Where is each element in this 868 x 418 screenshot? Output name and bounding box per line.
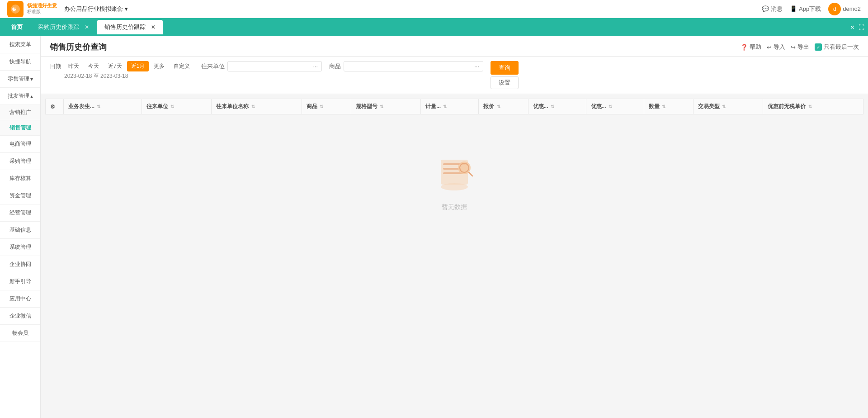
date-btn-custom[interactable]: 自定义: [170, 61, 194, 71]
maximize-icon[interactable]: ⛶: [859, 24, 864, 31]
sidebar-item-retail[interactable]: 零售管理 ▾: [0, 71, 40, 88]
empty-icon: [432, 151, 477, 196]
column-deal-type[interactable]: 交易类型 ⇅: [693, 99, 763, 114]
column-settings[interactable]: ⚙: [46, 99, 64, 114]
tab-sales-history[interactable]: 销售历史价跟踪 ✕: [97, 20, 163, 34]
user-profile[interactable]: d demo2: [828, 3, 861, 15]
query-button[interactable]: 查询: [491, 61, 519, 75]
svg-text:畅: 畅: [12, 7, 16, 12]
download-icon: 📱: [790, 5, 797, 12]
counterparty-input[interactable]: [231, 63, 313, 70]
settings-button[interactable]: 设置: [491, 76, 519, 89]
chevron-down-icon: ▾: [125, 5, 128, 12]
export-button[interactable]: ↪ 导出: [791, 43, 809, 51]
column-counterparty-name[interactable]: 往来单位名称 ⇅: [212, 99, 302, 114]
counterparty-picker-icon[interactable]: ···: [313, 63, 318, 70]
date-btn-yesterday[interactable]: 昨天: [64, 61, 83, 71]
column-unit[interactable]: 计量... ⇅: [421, 99, 479, 114]
only-last-checkbox[interactable]: ✓: [815, 43, 822, 51]
sidebar-item-operations[interactable]: 经营管理: [0, 204, 40, 222]
close-all-icon[interactable]: ✕: [850, 24, 855, 31]
filter-bar: 日期 昨天 今天 近7天 近1月 更多 自定义 2023-02-18 至 202…: [41, 57, 868, 94]
sidebar-item-purchase[interactable]: 采购管理: [0, 153, 40, 170]
column-pretax-price[interactable]: 优惠前无税单价 ⇅: [763, 99, 863, 114]
empty-text: 暂无数据: [442, 203, 467, 211]
table-area: ⚙ 业务发生... ⇅ 往来单位 ⇅ 往来单位名称 ⇅ 商品 ⇅ 规格型号 ⇅ …: [41, 94, 868, 418]
app-tagline: 标准版: [27, 9, 57, 15]
sidebar-item-member[interactable]: 畅会员: [0, 325, 40, 342]
page-title: 销售历史价查询: [50, 42, 107, 52]
app-name: 畅捷通好生意: [27, 3, 57, 9]
help-button[interactable]: ❓ 帮助: [741, 43, 761, 51]
date-range-display: 2023-02-18 至 2023-03-18: [64, 72, 194, 80]
goods-label: 商品: [329, 62, 341, 71]
sidebar-item-finance[interactable]: 资金管理: [0, 187, 40, 204]
goods-picker-icon[interactable]: ···: [474, 63, 479, 70]
tab-purchase-history[interactable]: 采购历史价跟踪 ✕: [31, 20, 96, 34]
sidebar-item-apps[interactable]: 应用中心: [0, 290, 40, 308]
import-icon: ↩: [767, 44, 772, 51]
counterparty-filter-group: 往来单位 ···: [201, 61, 322, 71]
date-filter-group: 日期 昨天 今天 近7天 近1月 更多 自定义 2023-02-18 至 202…: [50, 61, 194, 80]
sidebar-item-sales[interactable]: 销售管理: [0, 120, 40, 136]
message-icon: 💬: [762, 5, 769, 12]
sidebar-item-ecommerce[interactable]: 电商管理: [0, 136, 40, 153]
import-button[interactable]: ↩ 导入: [767, 43, 785, 51]
content-area: 销售历史价查询 ❓ 帮助 ↩ 导入 ↪ 导出 ✓ 只看最后一次: [41, 36, 868, 418]
app-download-button[interactable]: 📱 App下载: [790, 5, 821, 13]
top-bar-left: 畅 畅捷通好生意 标准版 办公用品行业模拟账套 ▾: [7, 1, 132, 17]
sidebar-item-system[interactable]: 系统管理: [0, 239, 40, 256]
account-label: 办公用品行业模拟账套: [64, 5, 123, 13]
export-icon: ↪: [791, 44, 796, 51]
sidebar-item-guide[interactable]: 新手引导: [0, 273, 40, 290]
column-biz-date[interactable]: 业务发生... ⇅: [64, 99, 142, 114]
counterparty-input-wrap: ···: [227, 61, 322, 71]
sidebar-item-wechat[interactable]: 企业微信: [0, 308, 40, 325]
top-bar: 畅 畅捷通好生意 标准版 办公用品行业模拟账套 ▾ 💬 消息 📱 App下载 d…: [0, 0, 868, 18]
counterparty-label: 往来单位: [201, 62, 225, 71]
empty-state: 暂无数据: [45, 114, 863, 247]
main-layout: 搜索菜单 快捷导航 零售管理 ▾ 批发管理 ▴ 营销推广 销售管理 电商管理 采…: [0, 36, 868, 418]
date-label: 日期: [50, 62, 61, 71]
page-actions: ❓ 帮助 ↩ 导入 ↪ 导出 ✓ 只看最后一次: [741, 43, 859, 51]
tab-bar: 首页 采购历史价跟踪 ✕ 销售历史价跟踪 ✕ ✕ ⛶: [0, 18, 868, 36]
only-last-toggle[interactable]: ✓ 只看最后一次: [815, 43, 859, 51]
sidebar-item-wholesale[interactable]: 批发管理 ▴: [0, 88, 40, 105]
column-quantity[interactable]: 数量 ⇅: [644, 99, 693, 114]
sidebar-item-marketing[interactable]: 营销推广: [0, 105, 40, 120]
account-selector[interactable]: 办公用品行业模拟账套 ▾: [61, 5, 132, 13]
chevron-up-icon: ▴: [30, 93, 33, 100]
column-counterparty-code[interactable]: 往来单位 ⇅: [142, 99, 212, 114]
goods-input-wrap: ···: [344, 61, 483, 71]
date-btn-more[interactable]: 更多: [150, 61, 169, 71]
page-header: 销售历史价查询 ❓ 帮助 ↩ 导入 ↪ 导出 ✓ 只看最后一次: [41, 36, 868, 57]
column-goods[interactable]: 商品 ⇅: [302, 99, 351, 114]
tab-purchase-close-icon[interactable]: ✕: [85, 24, 89, 30]
tab-home[interactable]: 首页: [4, 20, 30, 34]
date-options: 昨天 今天 近7天 近1月 更多 自定义: [64, 61, 194, 71]
tab-sales-close-icon[interactable]: ✕: [151, 24, 156, 30]
sidebar-item-quicknav[interactable]: 快捷导航: [0, 53, 40, 71]
goods-input[interactable]: [348, 63, 474, 70]
goods-filter-group: 商品 ···: [329, 61, 483, 71]
column-discount1[interactable]: 优惠... ⇅: [528, 99, 586, 114]
data-table: ⚙ 业务发生... ⇅ 往来单位 ⇅ 往来单位名称 ⇅ 商品 ⇅ 规格型号 ⇅ …: [45, 99, 863, 114]
date-btn-1month[interactable]: 近1月: [127, 61, 149, 71]
column-discount2[interactable]: 优惠... ⇅: [586, 99, 644, 114]
column-price[interactable]: 报价 ⇅: [479, 99, 528, 114]
sidebar-item-search[interactable]: 搜索菜单: [0, 36, 40, 53]
sidebar-item-inventory[interactable]: 库存核算: [0, 170, 40, 187]
column-spec[interactable]: 规格型号 ⇅: [351, 99, 420, 114]
date-btn-7days[interactable]: 近7天: [104, 61, 126, 71]
message-button[interactable]: 💬 消息: [762, 5, 783, 13]
date-btn-today[interactable]: 今天: [84, 61, 103, 71]
sidebar-item-enterprise[interactable]: 企业协同: [0, 256, 40, 273]
sidebar: 搜索菜单 快捷导航 零售管理 ▾ 批发管理 ▴ 营销推广 销售管理 电商管理 采…: [0, 36, 41, 418]
action-buttons: 查询 设置: [491, 61, 519, 89]
chevron-down-icon: ▾: [30, 76, 33, 82]
top-bar-right: 💬 消息 📱 App下载 d demo2: [762, 3, 861, 15]
avatar: d: [828, 3, 841, 15]
sidebar-item-basic-info[interactable]: 基础信息: [0, 222, 40, 239]
svg-line-9: [469, 172, 472, 176]
app-logo: 畅: [7, 1, 24, 17]
